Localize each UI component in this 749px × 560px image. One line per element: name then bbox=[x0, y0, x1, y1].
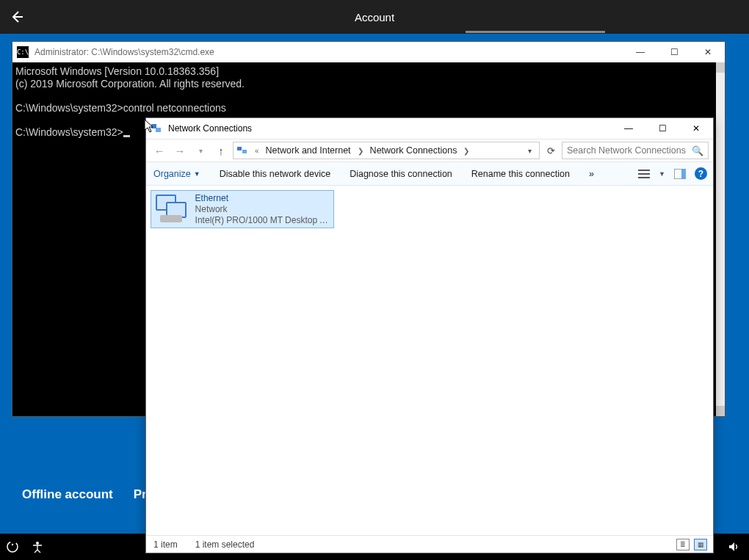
chevron-down-icon: ▼ bbox=[194, 170, 200, 178]
network-adapter-text: Ethernet Network Intel(R) PRO/1000 MT De… bbox=[195, 193, 329, 226]
oobe-bottom-links: Offline account Priv bbox=[22, 487, 157, 502]
chevron-right-icon[interactable]: ❯ bbox=[460, 147, 472, 155]
cmd-minimize-button[interactable]: — bbox=[623, 42, 657, 62]
cmd-titlebar[interactable]: C:\ Administrator: C:\Windows\system32\c… bbox=[12, 42, 725, 62]
nav-forward-button[interactable]: → bbox=[171, 142, 189, 159]
svg-rect-11 bbox=[681, 169, 686, 179]
explorer-toolbar: Organize ▼ Disable this network device D… bbox=[146, 162, 713, 186]
explorer-title-text: Network Connections bbox=[168, 123, 252, 134]
breadcrumb-prefix: « bbox=[252, 147, 262, 155]
svg-rect-5 bbox=[237, 147, 242, 150]
view-options-button[interactable] bbox=[637, 167, 651, 181]
search-placeholder: Search Network Connections bbox=[567, 145, 686, 156]
cmd-cursor bbox=[123, 135, 130, 137]
oobe-title: Account bbox=[0, 11, 749, 23]
cmd-line: Microsoft Windows [Version 10.0.18363.35… bbox=[15, 65, 219, 77]
chevron-down-icon[interactable]: ▼ bbox=[659, 170, 665, 178]
accessibility-icon[interactable] bbox=[25, 534, 50, 560]
help-icon[interactable]: ? bbox=[695, 167, 707, 180]
breadcrumb-current[interactable]: Network Connections bbox=[370, 145, 457, 156]
svg-point-2 bbox=[36, 542, 39, 545]
rename-connection-button[interactable]: Rename this connection bbox=[471, 169, 570, 179]
explorer-minimize-button[interactable]: — bbox=[612, 118, 645, 139]
explorer-close-button[interactable]: ✕ bbox=[679, 118, 713, 139]
explorer-status-bar: 1 item 1 item selected ≣ ▦ bbox=[146, 535, 713, 553]
preview-pane-button[interactable] bbox=[673, 167, 687, 181]
disable-device-button[interactable]: Disable this network device bbox=[220, 169, 330, 179]
address-box[interactable]: « Network and Internet ❯ Network Connect… bbox=[233, 142, 540, 159]
adapter-name: Ethernet bbox=[195, 193, 329, 204]
explorer-titlebar[interactable]: Network Connections — ☐ ✕ bbox=[146, 118, 713, 139]
nav-up-button[interactable]: ↑ bbox=[212, 142, 230, 159]
volume-icon[interactable] bbox=[721, 534, 746, 560]
offline-account-link[interactable]: Offline account bbox=[22, 487, 113, 502]
details-view-button[interactable]: ≣ bbox=[676, 539, 690, 550]
search-input[interactable]: Search Network Connections 🔍 bbox=[562, 142, 709, 159]
adapter-status: Network bbox=[195, 204, 329, 215]
status-selected-count: 1 item selected bbox=[195, 539, 255, 550]
ease-of-access-icon[interactable] bbox=[0, 534, 25, 560]
address-history-dropdown[interactable]: ▾ bbox=[523, 147, 536, 155]
breadcrumb-parent[interactable]: Network and Internet bbox=[266, 145, 351, 156]
ethernet-adapter-icon bbox=[156, 194, 188, 224]
toolbar-overflow-button[interactable]: » bbox=[589, 169, 594, 179]
explorer-content[interactable]: Ethernet Network Intel(R) PRO/1000 MT De… bbox=[146, 186, 713, 535]
svg-rect-4 bbox=[156, 128, 161, 132]
svg-rect-8 bbox=[638, 173, 650, 175]
svg-point-0 bbox=[7, 542, 18, 552]
nav-back-button[interactable]: ← bbox=[151, 142, 168, 159]
network-adapter-item[interactable]: Ethernet Network Intel(R) PRO/1000 MT De… bbox=[151, 190, 334, 228]
network-connections-window[interactable]: Network Connections — ☐ ✕ ← → ▾ ↑ « Netw… bbox=[145, 117, 714, 553]
organize-label: Organize bbox=[153, 169, 191, 179]
network-folder-icon bbox=[236, 145, 248, 156]
cmd-scrollbar[interactable] bbox=[716, 62, 725, 416]
oobe-tab-underline bbox=[466, 31, 605, 33]
search-icon[interactable]: 🔍 bbox=[692, 145, 703, 156]
cmd-command: control netconnections bbox=[123, 102, 226, 114]
chevron-right-icon[interactable]: ❯ bbox=[355, 147, 366, 155]
cmd-close-button[interactable]: ✕ bbox=[691, 42, 725, 62]
svg-rect-9 bbox=[638, 177, 650, 178]
oobe-header: Account bbox=[0, 0, 749, 34]
cmd-maximize-button[interactable]: ☐ bbox=[657, 42, 691, 62]
adapter-hardware: Intel(R) PRO/1000 MT Desktop Ad... bbox=[195, 215, 329, 226]
diagnose-connection-button[interactable]: Diagnose this connection bbox=[350, 169, 452, 179]
cmd-prompt: C:\Windows\system32> bbox=[15, 126, 123, 138]
explorer-maximize-button[interactable]: ☐ bbox=[645, 118, 679, 139]
svg-rect-3 bbox=[151, 124, 156, 128]
back-button[interactable] bbox=[0, 0, 34, 34]
cmd-icon: C:\ bbox=[17, 46, 29, 58]
cmd-prompt: C:\Windows\system32> bbox=[15, 102, 123, 114]
tiles-view-button[interactable]: ▦ bbox=[694, 539, 707, 550]
refresh-button[interactable]: ⟳ bbox=[543, 142, 559, 159]
svg-point-1 bbox=[12, 544, 13, 545]
organize-menu[interactable]: Organize ▼ bbox=[153, 169, 200, 179]
cmd-line: (c) 2019 Microsoft Corporation. All righ… bbox=[15, 78, 245, 90]
nav-recent-dropdown[interactable]: ▾ bbox=[192, 142, 209, 159]
explorer-address-bar: ← → ▾ ↑ « Network and Internet ❯ Network… bbox=[146, 139, 713, 162]
scrollbar-up-icon[interactable] bbox=[716, 62, 725, 73]
cmd-title-text: Administrator: C:\Windows\system32\cmd.e… bbox=[35, 47, 214, 57]
scrollbar-down-icon[interactable] bbox=[716, 406, 725, 416]
svg-rect-6 bbox=[242, 150, 247, 153]
svg-rect-7 bbox=[638, 170, 650, 171]
network-connections-icon bbox=[151, 123, 162, 134]
status-item-count: 1 item bbox=[153, 539, 178, 550]
